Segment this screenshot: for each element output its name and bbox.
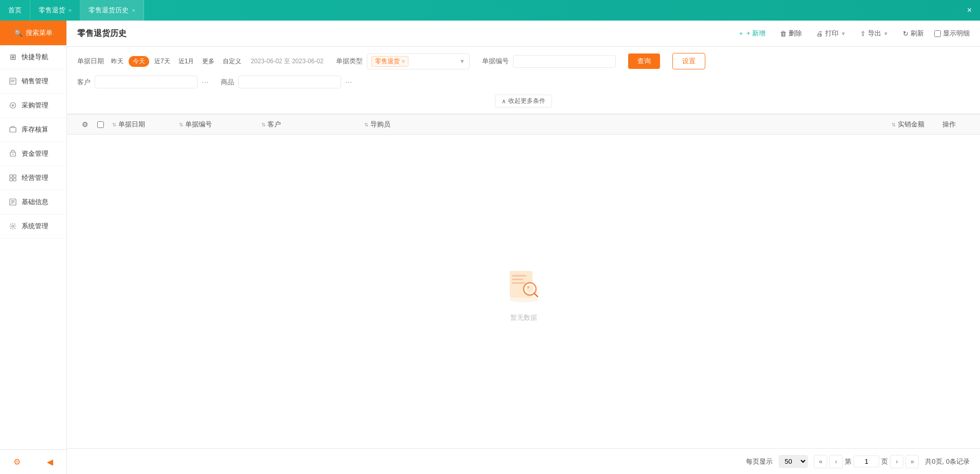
collapse-button[interactable]: ∧ 收起更多条件 [495,95,552,107]
sidebar-item-operations[interactable]: 经营管理 [0,166,66,190]
voucher-input[interactable] [513,55,616,68]
svg-rect-0 [10,78,16,84]
sidebar-nav: ⊞ 快捷导航 销售管理 采购管理 库存核算 [0,45,66,449]
table-select-all[interactable] [93,121,108,128]
page-header: 零售退货历史 ＋ + 新增 🗑 删除 🖨 打印 ▼ ⇧ 导出 [67,21,980,47]
date-opt-7days[interactable]: 近7天 [151,56,173,67]
date-opt-yesterday[interactable]: 昨天 [108,56,127,67]
sidebar-search-label: 搜索菜单 [26,28,52,38]
type-tag-label: 零售退货 [375,57,400,66]
page-size-select[interactable]: 10 20 50 100 [779,455,808,468]
tab-retail-return-history-close[interactable]: × [132,7,135,13]
filter-area: 单据日期 昨天 今天 近7天 近1月 更多 自定义 2023-06-02 至 2… [67,47,980,114]
date-filter-group: 单据日期 昨天 今天 近7天 近1月 更多 自定义 2023-06-02 至 2… [77,56,324,67]
sort-icon-amount: ⇅ [892,122,896,127]
th-num[interactable]: ⇅ 单据编号 [175,120,257,129]
display-toggle[interactable]: 显示明细 [934,29,970,38]
page-input[interactable] [853,455,879,467]
tab-retail-return-history[interactable]: 零售退货历史 × [80,0,144,21]
date-opt-today[interactable]: 今天 [129,56,149,67]
type-tag-close[interactable]: × [402,58,405,64]
display-toggle-label: 显示明细 [943,29,970,38]
operations-icon [8,173,17,183]
inventory-icon [8,125,17,134]
sidebar-item-sales-label: 销售管理 [22,77,48,86]
page-first-button[interactable]: « [814,455,827,468]
sidebar-item-purchase-label: 采购管理 [22,101,48,110]
sidebar-collapse-button[interactable]: ◀ [47,457,53,467]
sidebar-item-sales[interactable]: 销售管理 [0,69,66,94]
sidebar-item-inventory[interactable]: 库存核算 [0,118,66,142]
table-settings-icon[interactable]: ⚙ [77,120,93,129]
tab-list: 首页 零售退货 × 零售退货历史 × [0,0,959,21]
goods-input[interactable] [238,76,341,88]
filter-settings-button[interactable]: 设置 [672,53,705,69]
goods-filter-group: 商品 ··· [221,76,352,88]
refresh-button[interactable]: ↻ 刷新 [899,27,928,40]
svg-point-15 [12,225,14,227]
page-last-button[interactable]: » [905,455,919,468]
voucher-filter-label: 单据编号 [482,57,509,66]
sidebar-settings-button[interactable]: ⚙ [13,457,21,467]
page-prev-button[interactable]: ‹ [829,455,843,468]
sidebar-bottom: ⚙ ◀ [0,449,66,474]
tab-retail-return-history-label: 零售退货历史 [88,6,129,15]
page-total: 共0页, 0条记录 [925,457,970,466]
sidebar-item-basic-info[interactable]: 基础信息 [0,190,66,214]
new-button[interactable]: ＋ + 新增 [734,27,770,40]
refresh-icon: ↻ [903,30,908,38]
export-icon: ⇧ [860,30,866,38]
tab-retail-return-close[interactable]: × [68,7,72,13]
new-label: + 新增 [746,29,765,38]
sidebar-item-quick-nav[interactable]: ⊞ 快捷导航 [0,45,66,69]
svg-rect-19 [512,279,523,280]
sales-icon [8,77,17,86]
tab-home-label: 首页 [8,6,22,15]
customer-filter-label: 客户 [77,78,91,87]
th-amount[interactable]: ⇅ 实销金额 [437,120,929,129]
query-button[interactable]: 查询 [628,53,660,69]
sidebar-search[interactable]: 🔍 搜索菜单 [0,21,66,45]
page-next-button[interactable]: › [890,455,903,468]
type-filter-label: 单据类型 [336,57,363,66]
delete-button[interactable]: 🗑 删除 [776,27,806,40]
type-filter-group: 单据类型 零售退货 × ▼ [336,53,470,69]
page-size-label: 每页显示 [746,457,773,466]
delete-label: 删除 [789,29,802,38]
svg-line-23 [534,293,538,297]
tab-retail-return[interactable]: 零售退货 × [30,0,80,21]
export-button[interactable]: ⇧ 导出 ▼ [856,27,893,40]
goods-dots-icon[interactable]: ··· [345,78,352,87]
type-select[interactable]: 零售退货 × ▼ [367,53,470,69]
top-bar: 首页 零售退货 × 零售退货历史 × × [0,0,980,21]
svg-point-6 [12,154,13,155]
date-opt-more[interactable]: 更多 [199,56,218,67]
finance-icon [8,149,17,158]
th-customer[interactable]: ⇅ 客户 [257,120,360,129]
toolbar: ＋ + 新增 🗑 删除 🖨 打印 ▼ ⇧ 导出 ▼ [734,27,970,40]
th-date[interactable]: ⇅ 单据日期 [108,120,175,129]
th-guide-label: 导购员 [370,120,390,129]
export-chevron-icon: ▼ [883,31,888,37]
tab-home[interactable]: 首页 [0,0,30,21]
sort-icon-customer: ⇅ [261,122,265,127]
page-suffix: 页 [881,457,888,466]
print-button[interactable]: 🖨 打印 ▼ [812,27,850,40]
sort-icon-guide: ⇅ [364,122,368,127]
select-all-checkbox[interactable] [97,121,104,128]
quick-nav-icon: ⊞ [8,52,17,62]
type-tag: 零售退货 × [371,56,408,67]
page-nav: « ‹ 第 页 › » [814,455,919,468]
collapse-bar: ∧ 收起更多条件 [77,95,970,107]
sidebar-item-purchase[interactable]: 采购管理 [0,94,66,118]
customer-dots-icon[interactable]: ··· [202,78,208,87]
sidebar-item-system[interactable]: 系统管理 [0,214,66,239]
th-ops-label: 操作 [942,120,956,129]
display-toggle-checkbox[interactable] [934,30,941,37]
date-opt-1month[interactable]: 近1月 [175,56,198,67]
sidebar-item-finance[interactable]: 资金管理 [0,142,66,166]
customer-input[interactable] [95,76,198,88]
window-close-button[interactable]: × [959,0,980,21]
th-guide[interactable]: ⇅ 导购员 [360,120,437,129]
date-opt-custom[interactable]: 自定义 [220,56,244,67]
